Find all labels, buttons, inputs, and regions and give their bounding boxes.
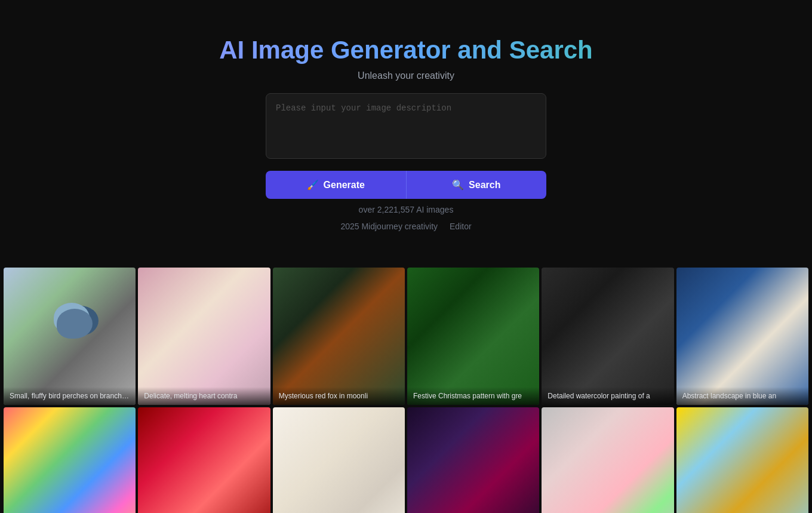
image-count: over 2,221,557 AI images bbox=[12, 205, 800, 214]
gallery-section: Small, fluffy bird perches on branch in … bbox=[0, 268, 812, 513]
gallery-row-1: Small, fluffy bird perches on branch in … bbox=[4, 268, 808, 405]
gallery-image-abstract-blue bbox=[676, 268, 808, 405]
gallery-image-fox bbox=[273, 268, 405, 405]
gallery-caption-bird: Small, fluffy bird perches on branch in … bbox=[4, 387, 136, 405]
gallery-caption-mech: Detailed watercolor painting of a bbox=[542, 387, 673, 405]
generate-button[interactable]: 🖌️ Generate bbox=[266, 171, 406, 199]
gallery-item-colorful[interactable]: Vibrant, abstract painting with dynamic … bbox=[4, 407, 136, 513]
midjourney-link[interactable]: 2025 Midjourney creativity bbox=[340, 222, 438, 232]
hero-section: AI Image Generator and Search Unleash yo… bbox=[0, 0, 812, 268]
gallery-item-abstract-blue[interactable]: Abstract landscape in blue an bbox=[676, 268, 808, 405]
hero-subtitle: Unleash your creativity bbox=[12, 70, 800, 81]
search-icon: 🔍 bbox=[452, 179, 464, 191]
gallery-item-christmas[interactable]: Festive Christmas pattern with gre bbox=[407, 268, 539, 405]
input-area bbox=[266, 93, 546, 161]
search-button[interactable]: 🔍 Search bbox=[406, 171, 547, 199]
editor-link[interactable]: Editor bbox=[450, 222, 472, 232]
gallery-image-buddha bbox=[676, 407, 808, 513]
generate-icon: 🖌️ bbox=[307, 179, 319, 191]
gallery-image-bell bbox=[542, 407, 673, 513]
nav-links: 2025 Midjourney creativity Editor bbox=[12, 222, 800, 232]
gallery-item-scifi[interactable]: Lone figure, spacecraft, myste bbox=[407, 407, 539, 513]
gallery-image-scared bbox=[138, 407, 270, 513]
gallery-image-christmas bbox=[407, 268, 539, 405]
gallery-item-mech[interactable]: Detailed watercolor painting of a bbox=[542, 268, 673, 405]
action-buttons: 🖌️ Generate 🔍 Search bbox=[266, 171, 546, 199]
gallery-item-bird[interactable]: Small, fluffy bird perches on branch in … bbox=[4, 268, 136, 405]
gallery-caption-christmas: Festive Christmas pattern with gre bbox=[407, 387, 539, 405]
gallery-caption-fox: Mysterious red fox in moonli bbox=[273, 387, 405, 405]
generate-label: Generate bbox=[324, 180, 365, 191]
gallery-item-bell[interactable]: Festive Christmas scene with bbox=[542, 407, 673, 513]
gallery-image-mech bbox=[542, 268, 673, 405]
gallery-image-heart bbox=[138, 268, 270, 405]
gallery-item-chinese[interactable]: Detailed Chinese paper cut art de bbox=[273, 407, 405, 513]
gallery-image-chinese bbox=[273, 407, 405, 513]
gallery-image-bird bbox=[4, 268, 136, 405]
gallery-image-colorful bbox=[4, 407, 136, 513]
image-description-input[interactable] bbox=[266, 93, 546, 159]
gallery-caption-heart: Delicate, melting heart contra bbox=[138, 387, 270, 405]
gallery-item-buddha[interactable]: Majestic golden Buddha sta bbox=[676, 407, 808, 513]
gallery-item-fox[interactable]: Mysterious red fox in moonli bbox=[273, 268, 405, 405]
gallery-item-scared[interactable]: Startled woman's face, sho bbox=[138, 407, 270, 513]
gallery-image-scifi bbox=[407, 407, 539, 513]
search-label: Search bbox=[469, 180, 500, 191]
gallery-item-heart[interactable]: Delicate, melting heart contra bbox=[138, 268, 270, 405]
gallery-caption-abstract-blue: Abstract landscape in blue an bbox=[676, 387, 808, 405]
page-title: AI Image Generator and Search bbox=[12, 36, 800, 64]
gallery-row-2: Vibrant, abstract painting with dynamic … bbox=[4, 407, 808, 513]
